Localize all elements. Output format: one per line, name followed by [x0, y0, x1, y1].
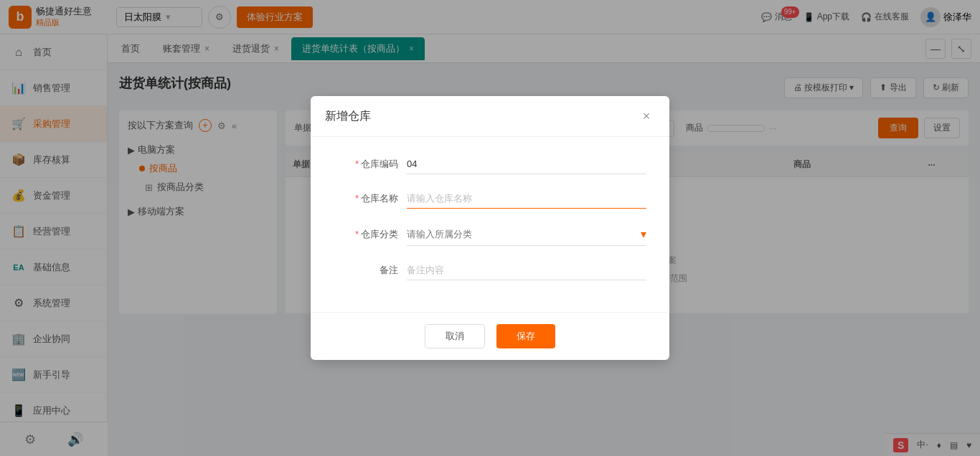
category-label: 仓库分类	[334, 228, 398, 241]
modal-body: 仓库编码 仓库名称 仓库分类 ▾ 备注	[311, 137, 669, 312]
modal-overlay[interactable]: 新增仓库 × 仓库编码 仓库名称 仓库分类 ▾	[0, 0, 980, 456]
form-row-code: 仓库编码	[334, 154, 646, 174]
modal-new-warehouse: 新增仓库 × 仓库编码 仓库名称 仓库分类 ▾	[311, 96, 669, 360]
form-row-category: 仓库分类 ▾	[334, 223, 646, 246]
category-select[interactable]: ▾	[407, 223, 646, 246]
name-label: 仓库名称	[334, 192, 398, 205]
cancel-button[interactable]: 取消	[425, 324, 485, 348]
modal-header: 新增仓库 ×	[311, 96, 669, 137]
save-button[interactable]: 保存	[496, 324, 555, 348]
name-input[interactable]	[407, 189, 646, 209]
dropdown-arrow-icon: ▾	[641, 227, 646, 241]
modal-footer: 取消 保存	[311, 312, 669, 360]
form-row-note: 备注	[334, 260, 646, 280]
form-row-name: 仓库名称	[334, 189, 646, 209]
code-input[interactable]	[407, 154, 646, 174]
category-input[interactable]	[407, 229, 641, 239]
modal-close-button[interactable]: ×	[638, 108, 655, 125]
modal-title: 新增仓库	[325, 109, 371, 124]
code-label: 仓库编码	[334, 158, 398, 171]
note-label: 备注	[334, 264, 398, 277]
note-input[interactable]	[407, 260, 646, 280]
